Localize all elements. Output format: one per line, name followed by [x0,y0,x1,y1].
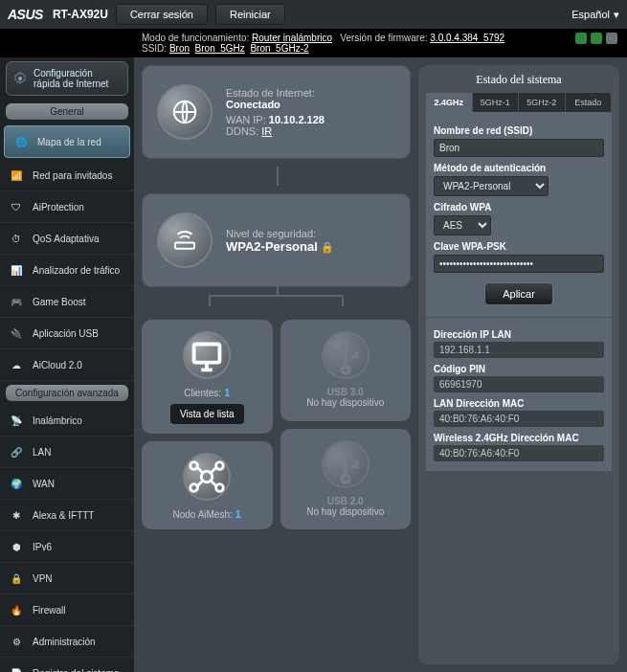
status-icon-2 [591,33,602,44]
sidebar: Configuración rápida de Internet General… [0,57,134,672]
logout-button[interactable]: Cerrar sesión [116,4,208,25]
security-value: WPA2-Personal [226,239,318,254]
gauge-icon: ⏱ [8,230,25,247]
sidebar-item-alexa[interactable]: ✱Alexa & IFTTT [0,500,134,531]
wmac-value: 40:B0:76:A6:40:F0 [434,445,604,461]
vpn-icon: 🔒 [8,570,25,587]
fire-icon: 🔥 [8,601,25,618]
clients-label: Clientes: [184,388,221,398]
ssid3-link[interactable]: Bron_5GHz-2 [250,43,308,54]
tab-status[interactable]: Estado [566,93,613,112]
sidebar-item-wireless[interactable]: 📡Inalámbrico [0,405,134,437]
gamepad-icon: 🎮 [8,293,25,310]
sidebar-item-guest[interactable]: 📶Red para invitados [0,160,134,191]
tree-split [209,295,344,312]
ipv6-icon: ⬢ [8,538,25,555]
enc-field-label: Cifrado WPA [434,202,604,213]
sidebar-item-qos[interactable]: ⏱QoS Adaptativa [0,223,134,255]
sidebar-item-label: IPv6 [33,542,52,552]
key-input[interactable] [434,255,604,273]
sidebar-item-aicloud[interactable]: ☁AiCloud 2.0 [0,349,134,381]
internet-status-label: Estado de Internet: [226,87,315,99]
lanip-label: Dirección IP LAN [434,329,604,340]
sidebar-item-wan[interactable]: 🌍WAN [0,468,134,500]
sidebar-item-label: QoS Adaptativa [33,234,100,244]
wmac-label: Wireless 2.4GHz Dirección MAC [434,433,604,443]
fw-link[interactable]: 3.0.0.4.384_5792 [430,33,504,43]
sidebar-item-label: AiCloud 2.0 [33,360,82,370]
sidebar-item-firewall[interactable]: 🔥Firewall [0,594,134,626]
auth-select[interactable]: WPA2-Personal [434,176,549,196]
ddns-link[interactable]: IR [261,125,272,137]
usb3-card[interactable]: USB 3.0 No hay dispositivo [280,320,412,421]
model-name: RT-AX92U [53,8,108,21]
sidebar-item-label: Aplicación USB [33,328,99,339]
ssid-input[interactable] [434,139,604,157]
sidebar-item-lan[interactable]: 🔗LAN [0,437,134,468]
chart-icon: 📊 [8,261,25,279]
ssid1-link[interactable]: Bron [169,43,190,54]
gear-icon [12,70,28,87]
tab-5ghz1[interactable]: 5GHz-1 [473,93,520,112]
lanmac-value: 40:B0:76:A6:40:F0 [434,411,604,427]
sidebar-item-label: Alexa & IFTTT [33,510,94,521]
lan-icon: 🔗 [8,443,25,460]
system-status-title: Estado del sistema [426,73,612,87]
tab-5ghz2[interactable]: 5GHz-2 [519,93,566,112]
sidebar-item-label: Firewall [33,605,65,616]
sidebar-item-label: Inalámbrico [33,415,82,426]
usb2-status: No hay dispositivo [288,506,404,517]
svg-rect-2 [175,243,194,249]
lock-icon: 🔒 [321,241,334,253]
fw-label: Versión de firmware: [340,33,427,43]
sidebar-item-aiprotection[interactable]: 🛡AiProtection [0,191,134,223]
sidebar-item-gameboost[interactable]: 🎮Game Boost [0,286,134,318]
monitor-icon [183,331,231,379]
quickstart-button[interactable]: Configuración rápida de Internet [6,61,128,96]
language-selector[interactable]: Español ▾ [571,9,619,21]
auth-field-label: Método de autenticación [434,163,604,173]
svg-point-0 [18,77,22,80]
aimesh-count: 1 [235,508,241,520]
tab-24ghz[interactable]: 2.4GHz [426,93,473,112]
status-icon-1 [575,33,587,44]
group-general: General [6,103,128,120]
sidebar-item-ipv6[interactable]: ⬢IPv6 [0,531,134,563]
sidebar-item-label: WAN [33,479,55,489]
usb2-card[interactable]: USB 2.0 No hay dispositivo [280,429,412,530]
listview-button[interactable]: Vista de lista [170,404,244,424]
sidebar-item-usb[interactable]: 🔌Aplicación USB [0,318,134,349]
sidebar-item-syslog[interactable]: 📄Registro del sistema [0,658,134,672]
clients-card[interactable]: Clientes: 1 Vista de lista [142,320,273,434]
internet-status-card[interactable]: Estado de Internet: Conectado WAN IP: 10… [142,65,411,159]
ssid-field-label: Nombre de red (SSID) [434,125,604,136]
ddns-label: DDNS: [226,125,258,137]
header: ASUS RT-AX92U Cerrar sesión Reiniciar Es… [0,0,627,29]
globe-icon: 🌐 [12,133,30,150]
globe-icon: 🌍 [8,475,25,492]
shield-icon: 🛡 [8,198,25,215]
sidebar-item-admin[interactable]: ⚙Administración [0,626,134,658]
sidebar-item-vpn[interactable]: 🔒VPN [0,563,134,594]
security-card[interactable]: Nivel de seguridad: WPA2-Personal 🔒 [142,193,411,287]
aimesh-label: Nodo AiMesh: [173,509,233,520]
globe-icon [157,84,213,140]
sidebar-item-traffic[interactable]: 📊Analizador de tráfico [0,255,134,286]
apply-button[interactable]: Aplicar [484,282,553,305]
lanmac-label: LAN Dirección MAC [434,398,604,409]
status-icon-3 [606,33,617,44]
info-bar: Modo de funcionamiento: Router inalámbri… [0,29,627,57]
usb2-label: USB 2.0 [288,496,404,506]
aimesh-card[interactable]: Nodo AiMesh: 1 [142,441,273,529]
enc-select[interactable]: AES [434,215,491,235]
quickstart-label: Configuración rápida de Internet [34,68,122,89]
wanip-value: 10.10.2.128 [269,114,325,125]
sidebar-item-label: Mapa de la red [37,137,101,147]
svg-point-7 [190,484,198,492]
mode-link[interactable]: Router inalámbrico [252,33,332,43]
ssid2-link[interactable]: Bron_5GHz [195,43,245,54]
reboot-button[interactable]: Reiniciar [215,4,285,25]
svg-rect-3 [194,345,220,363]
sidebar-item-networkmap[interactable]: 🌐Mapa de la red [4,125,130,158]
brand-logo: ASUS [8,7,43,22]
